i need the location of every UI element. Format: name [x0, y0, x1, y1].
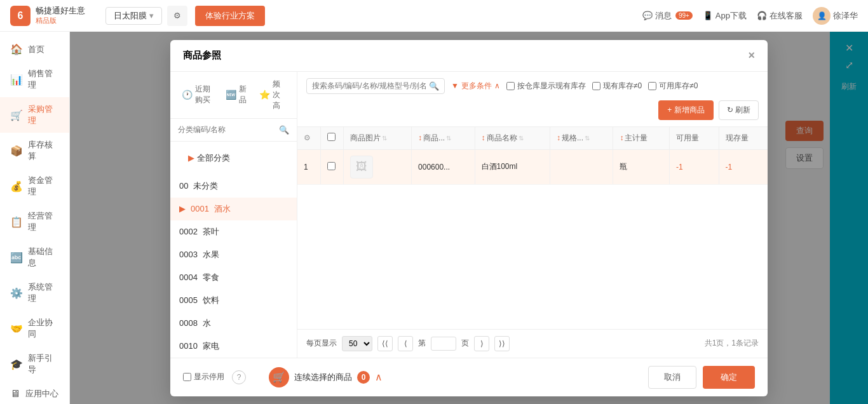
cart-collapse-button[interactable]: ∧ — [375, 371, 383, 383]
search-icon[interactable]: 🔍 — [429, 81, 439, 91]
available-nonzero-checkbox[interactable] — [592, 82, 600, 90]
guide-icon: 🎓 — [10, 358, 23, 370]
app-download-button[interactable]: 📱 App下载 — [703, 10, 747, 22]
store-selector[interactable]: 日太阳膜 ▾ — [105, 7, 162, 25]
sidebar-label-basic: 基础信息 — [28, 246, 59, 269]
sidebar-item-corp[interactable]: 🤝 企业协同 — [0, 311, 69, 346]
service-label: 在线客服 — [770, 10, 803, 22]
modal-footer: 显示停用 ? 🛒 连续选择的商品 0 ∧ 取消 确定 — [170, 358, 768, 396]
category-item-00[interactable]: 00 未分类 — [170, 175, 297, 198]
sidebar-item-inventory[interactable]: 📦 库存核算 — [0, 133, 69, 168]
more-filters-button[interactable]: ▼ 更多条件 ∧ — [451, 81, 500, 91]
sidebar-item-basic-info[interactable]: 🔤 基础信息 — [0, 239, 69, 275]
category-item-0005[interactable]: 0005 饮料 — [170, 289, 297, 312]
top-navigation: 6 畅捷通好生意 精品版 日太阳膜 ▾ ⚙ 体验行业方案 💬 消息 99+ 📱 … — [0, 0, 868, 32]
system-icon: ⚙️ — [10, 287, 23, 299]
sidebar-item-home[interactable]: 🏠 首页 — [0, 37, 69, 62]
messages-button[interactable]: 💬 消息 99+ — [642, 10, 693, 22]
logo-title: 畅捷通好生意 — [36, 6, 85, 17]
cat-expand-0001: ▶ — [179, 204, 186, 213]
product-table-wrap: ⚙ 商品图片 ⇅ — [297, 127, 768, 329]
new-icon: 🆕 — [226, 90, 236, 100]
main-layout: 🏠 首页 📊 销售管理 🛒 采购管理 📦 库存核算 💰 资金管理 📋 经营管理 … — [0, 32, 868, 404]
select-all-checkbox[interactable] — [327, 133, 336, 141]
sidebar-label-purchase: 采购管理 — [28, 104, 59, 126]
product-search-input[interactable] — [312, 81, 426, 90]
cat-name-0005: 饮料 — [203, 295, 219, 306]
usable-nonzero-checkbox[interactable] — [648, 82, 656, 90]
modal-close-button[interactable]: × — [748, 49, 755, 62]
cat-code-0002: 0002 — [179, 227, 198, 236]
all-categories-row: ▶ 全部分类 — [170, 142, 297, 175]
usable-nonzero-label[interactable]: 可用库存≠0 — [648, 81, 698, 91]
confirm-button[interactable]: 确定 — [703, 366, 755, 389]
row-checkbox[interactable] — [327, 162, 336, 170]
category-item-0010[interactable]: 0010 家电 — [170, 335, 297, 358]
warehouse-checkbox[interactable] — [506, 82, 515, 90]
user-profile[interactable]: 👤 徐泽华 — [813, 7, 858, 25]
category-item-0008[interactable]: 0008 水 — [170, 312, 297, 335]
warehouse-checkbox-label[interactable]: 按仓库显示现有库存 — [506, 81, 586, 91]
td-checkbox[interactable] — [320, 149, 343, 184]
refresh-button[interactable]: ↻ 刷新 — [719, 100, 759, 120]
corp-icon: 🤝 — [10, 323, 23, 335]
available-nonzero-label[interactable]: 现有库存≠0 — [592, 81, 642, 91]
phone-icon: 📱 — [703, 11, 713, 20]
category-item-0001[interactable]: ▶ 0001 酒水 — [170, 198, 297, 220]
cart-count: 0 — [357, 371, 370, 384]
category-search-input[interactable] — [178, 125, 275, 134]
online-service-button[interactable]: 🎧 在线客服 — [757, 10, 803, 22]
page-size-select[interactable]: 50 — [342, 336, 372, 351]
category-item-0003[interactable]: 0003 水果 — [170, 243, 297, 266]
gear-icon[interactable]: ⚙ — [304, 133, 311, 142]
sidebar-item-system[interactable]: ⚙️ 系统管理 — [0, 275, 69, 311]
new-products-btn[interactable]: 🆕 新品 — [222, 82, 250, 107]
sort-icon: ⇅ — [446, 135, 451, 142]
sidebar-label-home: 首页 — [28, 44, 44, 55]
category-item-0004[interactable]: 0004 零食 — [170, 266, 297, 289]
filter-icon: ▼ — [451, 81, 459, 90]
sort-icon: ⇅ — [585, 135, 590, 142]
th-code: ↕ 商品... ⇅ — [412, 127, 475, 150]
all-categories-item[interactable]: ▶ 全部分类 — [179, 147, 288, 170]
sidebar-item-apps[interactable]: 🖥 应用中心 — [0, 382, 69, 404]
cat-code-0003: 0003 — [179, 250, 198, 259]
filter-arrow: ∧ — [494, 81, 500, 90]
td-index: 1 — [297, 149, 320, 184]
cat-name-0001: 酒水 — [214, 203, 231, 215]
td-spec — [550, 149, 613, 184]
frequent-btn[interactable]: ⭐ 频次高 — [255, 77, 289, 113]
cancel-button[interactable]: 取消 — [648, 366, 696, 389]
last-page-button[interactable]: ⟩⟩ — [494, 336, 510, 351]
message-badge: 99+ — [675, 11, 693, 20]
category-item-0002[interactable]: 0002 茶叶 — [170, 220, 297, 243]
th-checkbox[interactable] — [320, 127, 343, 150]
th-gear[interactable]: ⚙ — [297, 127, 320, 150]
cart-icon[interactable]: 🛒 — [269, 367, 289, 387]
th-name: ↕ 商品名称 ⇅ — [475, 127, 550, 150]
logo-subtitle: 精品版 — [36, 16, 85, 25]
show-disabled-label[interactable]: 显示停用 — [183, 372, 224, 382]
add-product-button[interactable]: + 新增商品 — [658, 100, 713, 120]
sidebar-item-guide[interactable]: 🎓 新手引导 — [0, 346, 69, 382]
finance-icon: 💰 — [10, 180, 23, 192]
next-page-button[interactable]: ⟩ — [474, 336, 489, 351]
trial-button[interactable]: 体验行业方案 — [195, 6, 265, 26]
prev-page-button[interactable]: ⟨ — [398, 336, 413, 351]
help-icon[interactable]: ? — [232, 370, 246, 384]
sidebar-label-corp: 企业协同 — [28, 317, 59, 340]
show-disabled-checkbox[interactable] — [183, 373, 191, 381]
current-page-input[interactable]: 1 — [431, 337, 456, 351]
cat-code-0004: 0004 — [179, 273, 198, 282]
category-search-icon[interactable]: 🔍 — [279, 125, 289, 135]
recent-purchases-btn[interactable]: 🕐 近期购买 — [178, 82, 217, 107]
sidebar-item-purchase[interactable]: 🛒 采购管理 — [0, 97, 69, 133]
sidebar-item-operations[interactable]: 📋 经营管理 — [0, 204, 69, 239]
first-page-button[interactable]: ⟨⟨ — [377, 336, 393, 351]
sidebar-item-sales[interactable]: 📊 销售管理 — [0, 62, 69, 97]
sort-icon-unit: ↕ — [620, 133, 623, 142]
settings-icon[interactable]: ⚙ — [167, 6, 187, 26]
sidebar-item-finance[interactable]: 💰 资金管理 — [0, 168, 69, 204]
table-row[interactable]: 1 🖼 00 — [297, 149, 768, 184]
product-reference-modal: 商品参照 × 🕐 近期购买 🆕 — [170, 40, 768, 396]
